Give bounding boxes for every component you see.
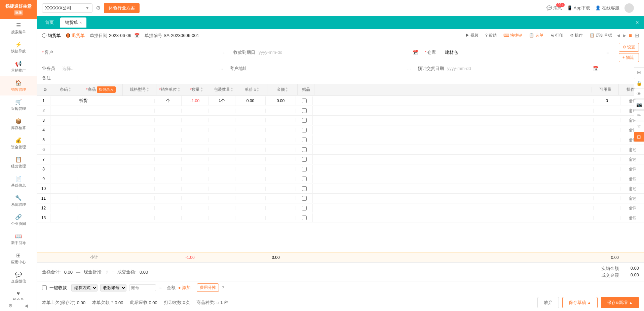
shortcut-btn[interactable]: ⌨ 快捷键 <box>501 32 524 39</box>
sidebar-item-member[interactable]: ♥ 畅会员 <box>0 287 37 300</box>
company-selector[interactable]: XXXXXX公司 ▼ <box>42 3 92 13</box>
row2-delete-icon[interactable]: 🗑 <box>629 108 633 113</box>
customer-input[interactable] <box>61 49 220 56</box>
delete-icon[interactable]: 🗑 <box>629 196 633 201</box>
sidebar-item-marketing[interactable]: 📢 营销推广 <box>0 57 37 76</box>
row2-unit[interactable] <box>155 109 182 113</box>
sidebar-item-finance[interactable]: 💰 资金管理 <box>0 134 37 153</box>
message-item[interactable]: 💬 消息 99+ <box>546 5 562 11</box>
list-view-icon[interactable]: ≡ <box>629 33 632 39</box>
help-btn[interactable]: ? 帮助 <box>483 32 499 39</box>
sidebar-item-operations[interactable]: 📋 经营管理 <box>0 153 37 172</box>
float-expand-btn[interactable]: ⊞ <box>634 67 644 77</box>
grid-view-icon[interactable]: ⊞ <box>635 32 639 39</box>
customer-addr-input[interactable] <box>249 65 404 72</box>
copy-icon[interactable]: ⎘ <box>633 147 636 152</box>
expected-date-input[interactable] <box>446 65 591 72</box>
save-new-button[interactable]: 保存&新增 ▲ <box>601 297 639 308</box>
tab-sales-order[interactable]: 销货单 × <box>60 17 86 28</box>
tabs-close-all-btn[interactable]: × <box>635 19 639 26</box>
sidebar-item-wechat[interactable]: 💬 企业微信 <box>0 268 37 287</box>
expected-calendar-icon[interactable]: 📅 <box>593 66 599 71</box>
row2-remark[interactable] <box>313 109 594 113</box>
row2-price[interactable] <box>235 109 266 113</box>
fenzhai-btn[interactable]: 费用分摊 <box>197 283 219 292</box>
sidebar-collapse-btn[interactable]: ◀ <box>25 303 28 308</box>
app-logo[interactable]: 畅捷通好生意 标版 <box>0 0 37 19</box>
app-download-item[interactable]: 📱 App下载 <box>567 5 590 11</box>
sidebar-settings-btn[interactable]: ⚙ <box>8 303 13 308</box>
row1-delete-icon[interactable]: 🗑 <box>629 98 633 104</box>
copy-icon[interactable]: ⎘ <box>633 157 636 162</box>
video-btn[interactable]: ▶ 视频 <box>463 32 481 39</box>
row2-qty[interactable] <box>182 109 209 113</box>
sidebar-item-enterprise[interactable]: 🔗 企业协同 <box>0 210 37 230</box>
return-order-radio[interactable]: 退货单 <box>66 33 85 39</box>
float-lock-btn[interactable]: 🔒 <box>634 78 644 88</box>
sidebar-item-guide[interactable]: 📖 新手引导 <box>0 230 37 249</box>
float-edit-btn[interactable]: ✏ <box>634 110 644 120</box>
prev-record-icon[interactable]: ◀ <box>617 33 620 38</box>
sidebar-item-apps[interactable]: ⊞ 应用中心 <box>0 249 37 268</box>
history-btn[interactable]: 📋 历史单据 <box>588 32 614 39</box>
select-btn[interactable]: 📋 选单 <box>527 32 545 39</box>
copy-icon[interactable]: ⎘ <box>633 196 636 201</box>
goods-type-radio-icon[interactable]: ○ <box>216 300 219 305</box>
print-btn[interactable]: 🖨 打印 <box>548 32 565 39</box>
delete-icon[interactable]: 🗑 <box>629 205 633 211</box>
float-photo-btn[interactable]: 📷 <box>634 100 644 110</box>
delete-icon[interactable]: 🗑 <box>629 215 633 221</box>
experience-button[interactable]: 体验行业方案 <box>104 3 140 13</box>
row2-amount[interactable] <box>266 109 296 113</box>
copy-icon[interactable]: ⎘ <box>633 215 636 221</box>
delete-icon[interactable]: 🗑 <box>629 147 633 152</box>
customer-addr-dots[interactable]: ··· <box>407 66 411 71</box>
row1-barcode[interactable] <box>50 99 77 103</box>
warehouse-dots[interactable]: ··· <box>606 50 609 55</box>
delete-icon[interactable]: 🗑 <box>629 127 633 133</box>
settlement-select[interactable]: 结算方式 <box>71 284 98 291</box>
row2-gift[interactable] <box>296 106 313 115</box>
sidebar-item-system[interactable]: 🔧 系统管理 <box>0 191 37 210</box>
copy-icon[interactable]: ⎘ <box>633 176 636 182</box>
scan-button[interactable]: 扫码录入 <box>97 86 116 93</box>
th-settings[interactable]: ⚙ <box>39 85 52 95</box>
date-calendar-icon[interactable]: 📅 <box>134 33 140 38</box>
copy-icon[interactable]: ⎘ <box>633 205 636 211</box>
delete-icon[interactable]: 🗑 <box>629 186 633 191</box>
save-draft-button[interactable]: 保存草稿 ▲ <box>562 297 598 308</box>
fenzhai-help-icon[interactable]: ? <box>222 285 224 290</box>
sidebar-item-inventory[interactable]: 📦 库存核算 <box>0 115 37 134</box>
delete-icon[interactable]: 🗑 <box>629 166 633 172</box>
discard-button[interactable]: 放弃 <box>537 297 559 308</box>
settings-button[interactable]: ⚙ 设置 <box>619 43 639 52</box>
row2-goods[interactable] <box>77 109 121 113</box>
delete-icon[interactable]: 🗑 <box>629 176 633 182</box>
copy-icon[interactable]: ⎘ <box>633 186 636 191</box>
account-dots[interactable]: ··· <box>159 285 162 290</box>
online-service-item[interactable]: 👤 在线客服 <box>595 5 619 11</box>
salesperson-dots[interactable]: ··· <box>219 66 223 71</box>
sidebar-item-purchase[interactable]: 🛒 采购管理 <box>0 95 37 115</box>
salesperson-input[interactable] <box>61 65 217 72</box>
row1-gift[interactable] <box>296 96 313 105</box>
settings-gear-icon[interactable]: ⚙ <box>96 5 101 11</box>
operate-btn[interactable]: ⚙ 操作 <box>568 32 585 39</box>
row1-remark[interactable] <box>313 99 594 103</box>
notes-input[interactable] <box>55 76 639 81</box>
float-eye-btn[interactable]: 👁 <box>634 89 644 99</box>
collection-calendar-icon[interactable]: 📅 <box>412 50 418 55</box>
sale-order-radio[interactable]: 销货单 <box>42 33 61 39</box>
tab-close-icon[interactable]: × <box>80 21 82 25</box>
delete-icon[interactable]: 🗑 <box>629 118 633 123</box>
cash-discount-help-icon[interactable]: ? <box>106 270 108 275</box>
account-input[interactable] <box>129 284 156 291</box>
account-select[interactable]: 收款账号 <box>100 284 126 291</box>
copy-icon[interactable]: ⎘ <box>633 166 636 172</box>
add-payment-btn[interactable]: ● 添加 <box>178 285 191 291</box>
delete-icon[interactable]: 🗑 <box>629 137 633 143</box>
sidebar-item-base[interactable]: 📄 基础信息 <box>0 172 37 191</box>
collection-date-input[interactable] <box>257 49 411 56</box>
row2-spec[interactable] <box>121 109 155 113</box>
logistics-button[interactable]: + 物流 <box>619 53 639 62</box>
